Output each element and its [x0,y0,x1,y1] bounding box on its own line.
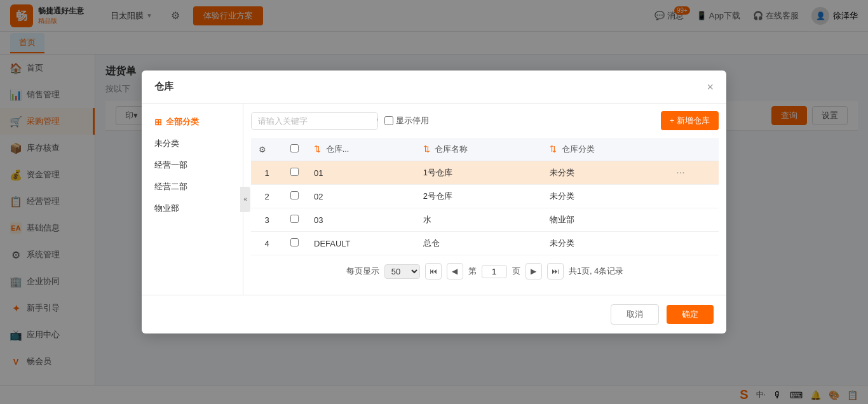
category-sidebar: ⊞ 全部分类 未分类 经营一部 经营二部 物业部 « [142,104,243,295]
row-code: 03 [306,208,416,232]
table-toolbar: 🔍 显示停用 + 新增仓库 [251,111,719,130]
search-button[interactable]: 🔍 [371,113,378,129]
sort-icon-code: ⇅ [314,144,321,154]
modal-body: ⊞ 全部分类 未分类 经营一部 经营二部 物业部 « [142,104,726,295]
cat-item-property[interactable]: 物业部 [142,198,243,219]
col-header-category: ⇅ 仓库分类 [542,138,668,161]
row-name: 1号仓库 [416,161,542,185]
col-header-gear: ⚙ [251,138,283,161]
modal-close-button[interactable]: × [707,81,714,93]
next-page-button[interactable]: ▶ [526,263,542,279]
pagination-bar: 每页显示 50 20 100 ⏮ ◀ 第 页 ▶ ⏭ 共1页, 4条记录 [251,255,719,287]
row-checkbox-1[interactable] [290,168,299,176]
table-row[interactable]: 3 03 水 物业部 [251,208,719,232]
col-header-name: ⇅ 仓库名称 [416,138,542,161]
row-num: 1 [251,161,283,185]
col-header-actions [668,138,719,161]
row-checkbox-4[interactable] [290,238,299,246]
table-area: 🔍 显示停用 + 新增仓库 ⚙ [243,104,726,295]
search-input[interactable] [252,113,371,129]
table-row[interactable]: 2 02 2号仓库 未分类 [251,185,719,208]
table-scroll-area: ⚙ ⇅ 仓库... ⇅ 仓库名称 [251,138,719,255]
cat-item-dept2[interactable]: 经营二部 [142,176,243,198]
row-actions [668,208,719,232]
show-disabled-checkbox[interactable] [384,116,393,125]
cat-label-unclassified: 未分类 [154,138,179,149]
cat-label-dept1: 经营一部 [154,159,187,171]
page-number-input[interactable] [482,265,507,278]
col-header-check [283,138,306,161]
row-category: 未分类 [542,232,668,255]
row-num: 4 [251,232,283,255]
table-row[interactable]: 1 01 1号仓库 未分类 ··· [251,161,719,185]
show-disabled-text: 显示停用 [396,115,429,126]
total-info: 共1页, 4条记录 [569,266,624,277]
cat-label-property: 物业部 [154,203,179,214]
row-code: 01 [306,161,416,185]
select-all-checkbox[interactable] [290,144,299,152]
collapse-button[interactable]: « [240,187,250,212]
show-disabled-label: 显示停用 [384,115,429,126]
page-unit: 页 [512,266,520,277]
page-size-select[interactable]: 50 20 100 [384,264,420,279]
warehouse-table: ⚙ ⇅ 仓库... ⇅ 仓库名称 [251,138,719,255]
row-code: DEFAULT [306,232,416,255]
warehouse-modal: 仓库 × ⊞ 全部分类 未分类 经营一部 经营二部 [142,71,726,333]
modal-title: 仓库 [154,81,173,93]
row-check [283,232,306,255]
row-dots-button-1[interactable]: ··· [676,167,684,178]
confirm-button[interactable]: 确定 [667,305,714,324]
first-page-button[interactable]: ⏮ [425,263,442,279]
row-category: 未分类 [542,185,668,208]
row-check [283,161,306,185]
last-page-button[interactable]: ⏭ [547,263,564,279]
row-actions: ··· [668,161,719,185]
row-num: 2 [251,185,283,208]
prev-page-button[interactable]: ◀ [447,263,463,279]
cat-item-unclassified[interactable]: 未分类 [142,133,243,154]
modal-header: 仓库 × [142,71,726,104]
row-actions [668,185,719,208]
row-name: 水 [416,208,542,232]
col-header-code: ⇅ 仓库... [306,138,416,161]
sort-icon-name: ⇅ [423,144,430,154]
search-box: 🔍 [251,112,378,130]
cat-label-dept2: 经营二部 [154,181,187,192]
page-label: 第 [468,266,477,277]
row-check [283,208,306,232]
page-size-label: 每页显示 [346,266,379,277]
sort-icon-category: ⇅ [550,144,557,154]
row-checkbox-2[interactable] [290,191,299,199]
row-name: 总仓 [416,232,542,255]
modal-footer: 取消 确定 [142,295,726,333]
row-category: 未分类 [542,161,668,185]
cat-item-all[interactable]: ⊞ 全部分类 [142,111,243,133]
row-code: 02 [306,185,416,208]
collapse-icon: « [243,196,247,203]
row-category: 物业部 [542,208,668,232]
row-actions [668,232,719,255]
row-name: 2号仓库 [416,185,542,208]
cancel-button[interactable]: 取消 [611,304,659,325]
row-checkbox-3[interactable] [290,215,299,223]
cat-item-dept1[interactable]: 经营一部 [142,154,243,176]
table-row[interactable]: 4 DEFAULT 总仓 未分类 [251,232,719,255]
add-warehouse-button[interactable]: + 新增仓库 [661,111,719,130]
grid-icon: ⊞ [154,117,162,127]
modal-overlay: 仓库 × ⊞ 全部分类 未分类 经营一部 经营二部 [0,0,868,404]
cat-label-all: 全部分类 [166,116,199,128]
row-check [283,185,306,208]
row-num: 3 [251,208,283,232]
